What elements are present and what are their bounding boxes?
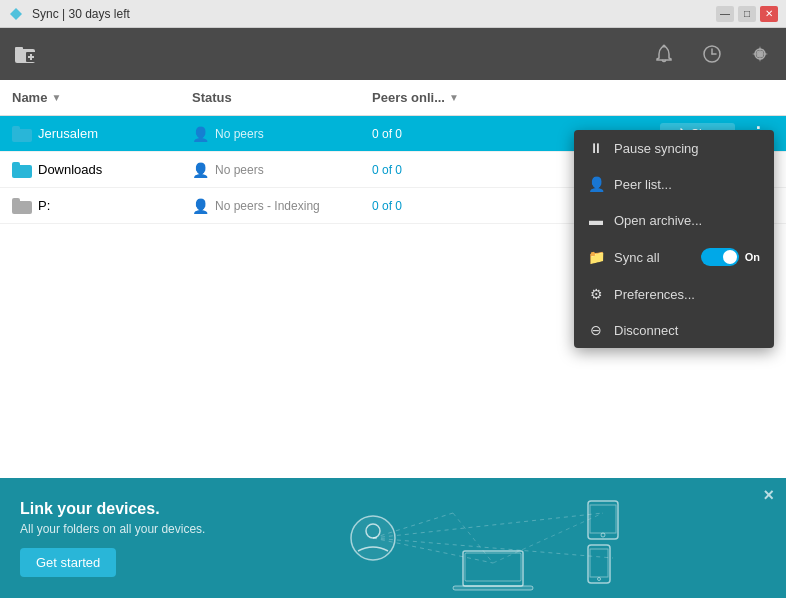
history-button[interactable] <box>698 40 726 68</box>
column-peers[interactable]: Peers onli... ▼ <box>372 90 532 105</box>
banner-illustration <box>220 478 766 598</box>
svg-point-30 <box>598 578 601 581</box>
menu-item-preferences[interactable]: ⚙ Preferences... <box>574 276 774 312</box>
svg-line-18 <box>453 513 493 563</box>
svg-line-17 <box>373 538 613 558</box>
title-bar: Sync | 30 days left — □ ✕ <box>0 0 786 28</box>
folder-icon <box>12 162 32 178</box>
toggle-track[interactable] <box>701 248 739 266</box>
devices-illustration <box>293 483 693 593</box>
gear-menu-icon: ⚙ <box>588 286 604 302</box>
svg-line-16 <box>373 513 603 538</box>
row-status-p: 👤 No peers - Indexing <box>192 198 372 214</box>
no-peers-icon: 👤 <box>192 162 209 178</box>
folder-icon <box>12 198 32 214</box>
folder-sync-icon: 📁 <box>588 249 604 265</box>
toolbar <box>0 28 786 80</box>
sync-all-toggle[interactable]: On <box>701 248 760 266</box>
svg-rect-26 <box>590 505 616 533</box>
menu-item-disconnect[interactable]: ⊖ Disconnect <box>574 312 774 348</box>
banner-close-button[interactable]: × <box>763 486 774 504</box>
maximize-button[interactable]: □ <box>738 6 756 22</box>
bottom-banner: Link your devices. All your folders on a… <box>0 478 786 598</box>
svg-point-13 <box>758 52 763 57</box>
settings-button[interactable] <box>746 40 774 68</box>
row-peers-jerusalem: 0 of 0 <box>372 127 532 141</box>
banner-text: Link your devices. All your folders on a… <box>20 500 220 577</box>
close-button[interactable]: ✕ <box>760 6 778 22</box>
folder-icon <box>12 126 32 142</box>
window-controls: — □ ✕ <box>716 6 778 22</box>
sort-arrow-icon: ▼ <box>51 92 61 103</box>
row-peers-p: 0 of 0 <box>372 199 532 213</box>
row-status-downloads: 👤 No peers <box>192 162 372 178</box>
menu-item-peer-list[interactable]: 👤 Peer list... <box>574 166 774 202</box>
svg-rect-1 <box>15 47 23 51</box>
svg-rect-29 <box>590 549 608 577</box>
svg-point-27 <box>601 533 605 537</box>
add-folder-button[interactable] <box>12 40 40 68</box>
no-peers-icon: 👤 <box>192 198 209 214</box>
minimize-button[interactable]: — <box>716 6 734 22</box>
column-status: Status <box>192 90 372 105</box>
notifications-button[interactable] <box>650 40 678 68</box>
disconnect-icon: ⊖ <box>588 322 604 338</box>
no-peers-icon: 👤 <box>192 126 209 142</box>
row-name-jerusalem: Jerusalem <box>12 126 192 142</box>
archive-icon: ▬ <box>588 212 604 228</box>
pause-icon: ⏸ <box>588 140 604 156</box>
row-name-p: P: <box>12 198 192 214</box>
row-peers-downloads: 0 of 0 <box>372 163 532 177</box>
row-name-downloads: Downloads <box>12 162 192 178</box>
banner-title: Link your devices. <box>20 500 220 518</box>
svg-rect-23 <box>465 553 521 581</box>
user-icon: 👤 <box>588 176 604 192</box>
toolbar-right <box>650 40 774 68</box>
window-title: Sync | 30 days left <box>32 7 130 21</box>
svg-line-19 <box>493 513 603 563</box>
menu-item-open-archive[interactable]: ▬ Open archive... <box>574 202 774 238</box>
peers-sort-arrow-icon: ▼ <box>449 92 459 103</box>
menu-item-sync-all[interactable]: 📁 Sync all On <box>574 238 774 276</box>
app-icon <box>8 6 24 22</box>
toggle-knob <box>723 250 737 264</box>
banner-subtitle: All your folders on all your devices. <box>20 522 220 536</box>
menu-item-pause[interactable]: ⏸ Pause syncing <box>574 130 774 166</box>
table-header: Name ▼ Status Peers onli... ▼ <box>0 80 786 116</box>
column-name[interactable]: Name ▼ <box>12 90 192 105</box>
svg-point-7 <box>663 45 666 48</box>
svg-rect-24 <box>453 586 533 590</box>
get-started-button[interactable]: Get started <box>20 548 116 577</box>
context-menu: ⏸ Pause syncing 👤 Peer list... ▬ Open ar… <box>574 130 774 348</box>
row-status-jerusalem: 👤 No peers <box>192 126 372 142</box>
